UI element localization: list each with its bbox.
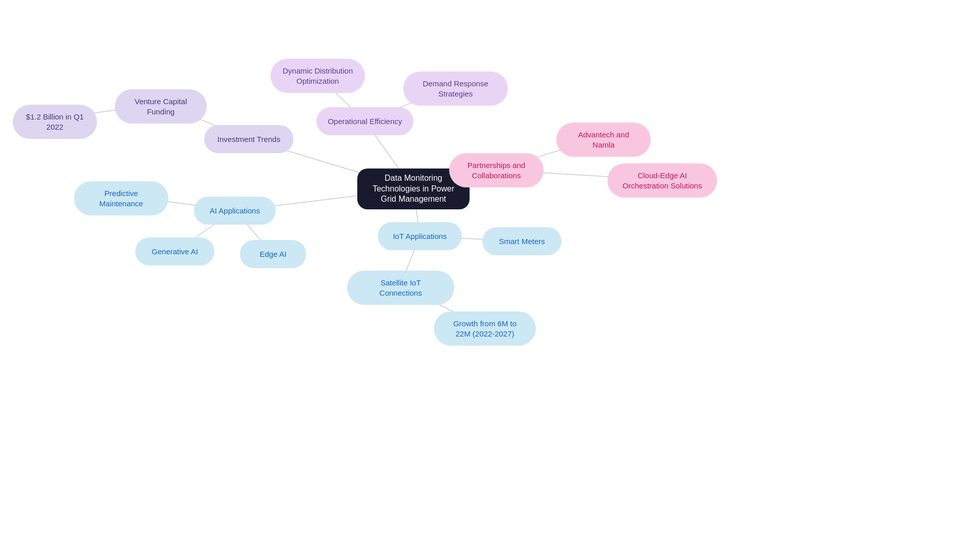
node-demandResponse[interactable]: Demand Response Strategies xyxy=(403,71,508,106)
node-cloudEdge[interactable]: Cloud-Edge AI Orchestration Solutions xyxy=(607,163,717,198)
node-partnerships[interactable]: Partnerships and Collaborations xyxy=(449,153,544,187)
node-predictiveMaintenance[interactable]: Predictive Maintenance xyxy=(74,181,168,215)
node-growth[interactable]: Growth from 6M to 22M (2022-2027) xyxy=(434,311,536,346)
node-generativeAI[interactable]: Generative AI xyxy=(135,237,214,266)
node-edgeAI[interactable]: Edge AI xyxy=(240,240,306,268)
node-dynamicDistribution[interactable]: Dynamic Distribution Optimization xyxy=(271,59,365,93)
node-aiApplications[interactable]: AI Applications xyxy=(194,197,276,225)
node-investmentTrends[interactable]: Investment Trends xyxy=(204,125,293,153)
node-smartMeters[interactable]: Smart Meters xyxy=(482,227,561,255)
node-iotApplications[interactable]: IoT Applications xyxy=(378,222,462,250)
node-satelliteIoT[interactable]: Satellite IoT Connections xyxy=(347,271,454,305)
mindmap-container: Data Monitoring Technologies in Power Gr… xyxy=(0,0,980,553)
node-billiondollar[interactable]: $1.2 Billion in Q1 2022 xyxy=(13,105,97,139)
node-advantech[interactable]: Advantech and Namla xyxy=(556,123,651,157)
node-operationalEfficiency[interactable]: Operational Efficiency xyxy=(316,107,413,135)
node-ventureCapital[interactable]: Venture Capital Funding xyxy=(115,89,207,124)
